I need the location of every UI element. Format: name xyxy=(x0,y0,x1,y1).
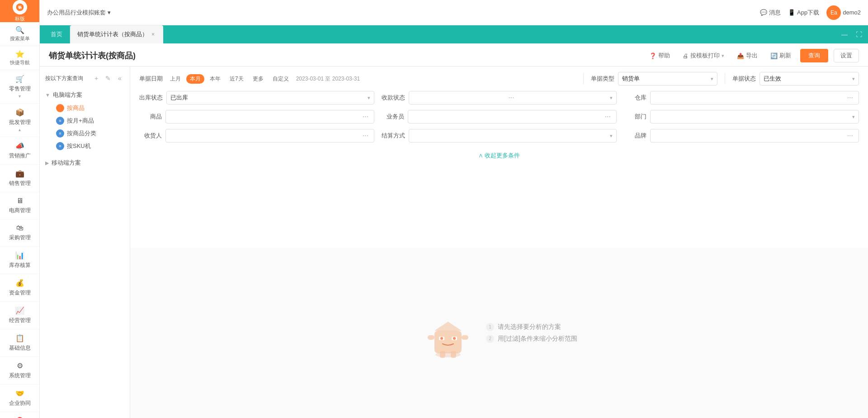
payment-method-select[interactable]: ▾ xyxy=(409,129,617,142)
date-btn-7days[interactable]: 近7天 xyxy=(226,74,247,84)
sidebar-quicknav-label: 快捷导航 xyxy=(3,59,37,66)
user-menu[interactable]: Ea demo2 xyxy=(826,5,861,20)
panel-edit-btn[interactable]: ✎ xyxy=(104,74,113,83)
query-btn[interactable]: 查询 xyxy=(800,49,828,62)
sidebar-item-finance[interactable]: 💰 资金管理 xyxy=(0,274,39,302)
refresh-btn[interactable]: 🔄 刷新 xyxy=(767,50,795,62)
sidebar-search-label: 搜索菜单 xyxy=(3,35,37,42)
brand-dots[interactable]: ··· xyxy=(845,132,855,140)
print-btn[interactable]: 🖨 按模板打印 ▾ xyxy=(679,50,728,62)
tree-parent-mobile[interactable]: ▶ 移动端方案 xyxy=(40,156,130,170)
svg-text:畅: 畅 xyxy=(18,5,22,10)
filter-field-brand: 品牌 ··· xyxy=(624,129,859,142)
help-icon: ❓ xyxy=(649,52,656,59)
print-label: 按模板打印 xyxy=(690,52,720,60)
tree-item-by-sku[interactable]: ≡ 按SKU机 xyxy=(43,140,130,152)
tree-arrow-desktop: ▼ xyxy=(45,92,50,98)
sidebar-item-retail[interactable]: 🛒 零售管理 ▾ xyxy=(0,70,39,104)
receiver-select[interactable]: ··· xyxy=(165,129,374,142)
panel-title: 按以下方案查询 xyxy=(45,75,83,82)
panel-add-btn[interactable]: + xyxy=(92,74,101,83)
empty-text: 1 请先选择要分析的方案 2 用[过滤]条件来缩小分析范围 xyxy=(486,323,577,343)
product-select[interactable]: ··· xyxy=(165,110,374,124)
data-area: 1 请先选择要分析的方案 2 用[过滤]条件来缩小分析范围 xyxy=(130,248,868,418)
sidebar-search[interactable]: 🔍 搜索菜单 xyxy=(0,22,39,46)
date-label: 单据日期 xyxy=(139,75,163,83)
doctype-select[interactable]: 销货单 ▾ xyxy=(618,72,717,86)
tab-bar-right: — ⛶ xyxy=(839,29,864,40)
docstatus-select[interactable]: 已生效 ▾ xyxy=(760,72,859,86)
outstatus-select[interactable]: 已出库 ▾ xyxy=(166,91,374,104)
docstatus-label: 单据状态 xyxy=(732,75,756,83)
product-dots[interactable]: ··· xyxy=(361,113,370,121)
payment-method-arrow: ▾ xyxy=(610,133,613,139)
salesperson-dots[interactable]: ··· xyxy=(603,113,613,121)
help-btn[interactable]: ❓ 帮助 xyxy=(646,50,674,62)
paymentstatus-select[interactable]: ··· ▾ xyxy=(409,91,617,104)
tree-item-by-sku-icon: ≡ xyxy=(56,142,64,150)
message-btn[interactable]: 💬 消息 xyxy=(760,9,781,17)
svg-rect-4 xyxy=(437,333,459,351)
date-btn-this-month[interactable]: 本月 xyxy=(186,74,204,84)
sidebar-item-inventory[interactable]: 📊 库存核算 xyxy=(0,247,39,274)
sidebar-item-corp[interactable]: 🤝 企业协同 xyxy=(0,385,39,412)
tab-home[interactable]: 首页 xyxy=(43,25,70,43)
app-download-btn[interactable]: 📱 App下载 xyxy=(788,9,819,17)
date-btn-custom[interactable]: 自定义 xyxy=(269,74,292,84)
tab-close-btn[interactable]: × xyxy=(151,31,156,38)
sidebar-item-ecommerce[interactable]: 🖥 电商管理 xyxy=(0,192,39,219)
sidebar-item-system[interactable]: ⚙ 系统管理 xyxy=(0,357,39,385)
collapse-label: ∧ 收起更多条件 xyxy=(478,152,520,159)
panel-collapse-btn[interactable]: « xyxy=(115,74,124,83)
department-select[interactable]: ▾ xyxy=(650,110,859,124)
settings-btn[interactable]: 设置 xyxy=(834,49,859,62)
date-btn-this-year[interactable]: 本年 xyxy=(206,74,224,84)
collapse-btn[interactable]: ∧ 收起更多条件 xyxy=(139,148,859,163)
minimize-btn[interactable]: — xyxy=(839,29,850,40)
brand-select[interactable]: ··· xyxy=(650,129,859,142)
receiver-dots[interactable]: ··· xyxy=(361,132,370,140)
sidebar-item-operations[interactable]: 📈 经营管理 xyxy=(0,302,39,329)
wholesale-expand-icon: ▴ xyxy=(19,127,21,132)
operations-icon: 📈 xyxy=(15,306,24,315)
warehouse-dots[interactable]: ··· xyxy=(845,94,855,102)
date-btn-more[interactable]: 更多 xyxy=(249,74,267,84)
export-btn[interactable]: 📤 导出 xyxy=(733,50,761,62)
tree-item-by-month-product[interactable]: ≡ 按月+商品 xyxy=(43,114,130,127)
brand-label: 品牌 xyxy=(624,132,646,140)
tab-active[interactable]: 销货单统计计表（按商品） × xyxy=(70,25,163,43)
tree-item-by-sku-label: 按SKU机 xyxy=(67,142,91,150)
sidebar-system-label: 系统管理 xyxy=(9,372,31,380)
sidebar-item-marketing[interactable]: 📣 营销推广 xyxy=(0,137,39,165)
sidebar-operations-label: 经营管理 xyxy=(9,317,31,324)
tree-item-by-product[interactable]: 按商品 xyxy=(43,102,130,114)
tree-mobile-label: 移动端方案 xyxy=(52,159,81,167)
docstatus-arrow: ▾ xyxy=(852,76,855,82)
tree-item-by-category[interactable]: ≡ 按商品分类 xyxy=(43,127,130,140)
system-icon: ⚙ xyxy=(17,361,23,370)
paymentstatus-dots[interactable]: ··· xyxy=(506,94,516,102)
date-btn-last-month[interactable]: 上月 xyxy=(166,74,184,84)
svg-rect-10 xyxy=(428,335,434,340)
maximize-btn[interactable]: ⛶ xyxy=(854,29,864,40)
refresh-icon: 🔄 xyxy=(770,52,778,59)
sidebar-quick-nav[interactable]: ⭐ 快捷导航 xyxy=(0,46,39,70)
sidebar-item-sales[interactable]: 💼 销售管理 xyxy=(0,165,39,192)
industry-dropdown[interactable]: 办公用品行业模拟账套 ▾ xyxy=(47,9,111,17)
salesperson-select[interactable]: ··· xyxy=(408,110,617,124)
warehouse-select[interactable]: ··· xyxy=(650,91,859,104)
doctype-value: 销货单 xyxy=(622,75,640,83)
tree-parent-desktop[interactable]: ▼ 电脑端方案 xyxy=(40,88,130,102)
sidebar-item-basic[interactable]: 📋 基础信息 xyxy=(0,329,39,357)
paymentstatus-arrow: ▾ xyxy=(610,95,613,101)
sidebar-item-wholesale[interactable]: 📦 批发管理 ▴ xyxy=(0,104,39,137)
sidebar-item-onboarding[interactable]: 🎯 新手引导 xyxy=(0,412,39,418)
message-label: 消息 xyxy=(769,9,781,17)
filter-field-docstatus: 单据状态 已生效 ▾ xyxy=(732,72,859,86)
outstatus-value: 已出库 xyxy=(170,94,188,102)
sidebar-item-purchase[interactable]: 🛍 采购管理 xyxy=(0,219,39,247)
date-shortcuts-group: 上月 本月 本年 近7天 更多 自定义 2023-03-01 至 2023-03… xyxy=(166,74,576,84)
industry-label: 办公用品行业模拟账套 xyxy=(47,9,106,17)
avatar-text: Ea xyxy=(830,10,837,16)
filter-field-salesperson: 业务员 ··· xyxy=(382,110,617,124)
